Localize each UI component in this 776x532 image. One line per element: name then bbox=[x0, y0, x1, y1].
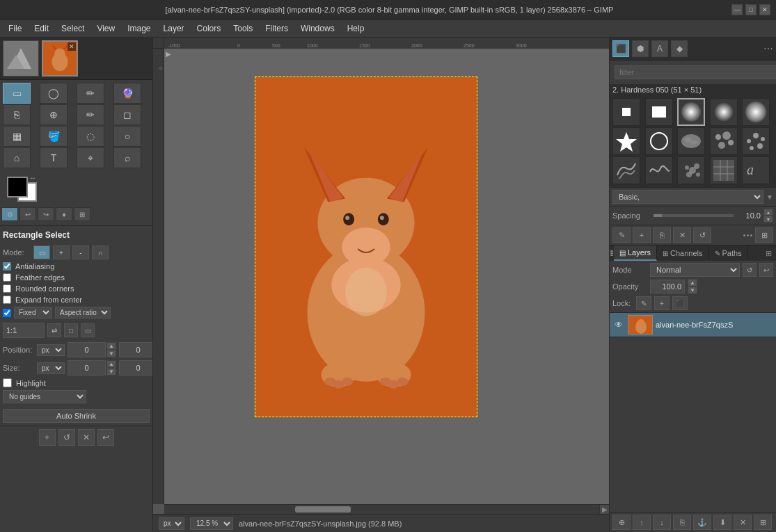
tab-layers[interactable]: ▤ Layers bbox=[614, 245, 657, 261]
tool-free-select[interactable]: ✏ bbox=[77, 83, 104, 104]
patterns-tab-icon[interactable]: ⬢ bbox=[632, 40, 649, 57]
mode-intersect-btn[interactable]: ∩ bbox=[92, 245, 109, 259]
layer-down-btn[interactable]: ↓ bbox=[653, 515, 671, 530]
layer-up-btn[interactable]: ↑ bbox=[633, 515, 651, 530]
menu-help[interactable]: Help bbox=[342, 22, 370, 35]
ratio-portrait-icon[interactable]: □ bbox=[64, 323, 78, 337]
opt-tab-tool[interactable]: ⚙ bbox=[1, 207, 18, 221]
opt-tab-device[interactable]: ♦ bbox=[56, 207, 72, 221]
layers-more-icon[interactable]: ⊞ bbox=[761, 249, 776, 258]
feather-edges-checkbox[interactable] bbox=[3, 273, 11, 282]
brush-category-select[interactable]: Basic, Calligraphic Pixel bbox=[612, 190, 763, 204]
brush-cell-4[interactable] bbox=[742, 98, 770, 126]
foreground-color[interactable] bbox=[7, 177, 28, 198]
menu-edit[interactable]: Edit bbox=[29, 22, 54, 35]
tool-clone[interactable]: ⎘ bbox=[3, 104, 31, 125]
tb-restore-icon[interactable]: ↩ bbox=[97, 429, 114, 446]
size-w-down[interactable]: ▼ bbox=[106, 368, 116, 376]
size-w-input[interactable] bbox=[68, 360, 106, 376]
layer-item-0[interactable]: 👁 alvan-nee-brFsZ7qszS bbox=[610, 313, 776, 337]
menu-tools[interactable]: Tools bbox=[228, 22, 258, 35]
brush-cell-13[interactable] bbox=[710, 156, 738, 184]
feather-edges-option[interactable]: Feather edges bbox=[3, 273, 150, 282]
lock-paint-btn[interactable]: ✎ bbox=[636, 296, 651, 310]
brush-cell-12[interactable] bbox=[677, 156, 705, 184]
size-w-up[interactable]: ▲ bbox=[106, 360, 116, 368]
image-tab-dog[interactable]: ✕ bbox=[42, 40, 78, 76]
layer-duplicate-btn[interactable]: ⎘ bbox=[673, 515, 691, 530]
mode-replace-btn[interactable]: ▭ bbox=[33, 245, 50, 259]
tab-paths[interactable]: ✎ Paths bbox=[709, 246, 748, 260]
brush-refresh-icon[interactable]: ↺ bbox=[693, 227, 711, 243]
highlight-row[interactable]: Highlight bbox=[3, 378, 150, 387]
tool-zoom[interactable]: ⌕ bbox=[113, 147, 141, 168]
tool-dodge[interactable]: ○ bbox=[113, 126, 141, 147]
maximize-button[interactable]: □ bbox=[745, 4, 757, 15]
panel-more-icon[interactable]: ⋯ bbox=[763, 43, 773, 54]
expand-center-option[interactable]: Expand from center bbox=[3, 296, 150, 304]
menu-view[interactable]: View bbox=[91, 22, 120, 35]
tool-blur[interactable]: ◌ bbox=[77, 126, 104, 147]
layer-anchor-btn[interactable]: ⚓ bbox=[693, 515, 711, 530]
highlight-checkbox[interactable] bbox=[3, 378, 12, 387]
menu-select[interactable]: Select bbox=[56, 22, 90, 35]
brush-cell-14[interactable]: a bbox=[742, 156, 770, 184]
swap-colors-icon[interactable]: ↔ bbox=[29, 174, 36, 182]
brush-cell-6[interactable] bbox=[645, 127, 673, 155]
brush-edit-icon[interactable]: ✎ bbox=[612, 227, 631, 243]
guides-select[interactable]: No guides Rule of thirds Golden sections bbox=[3, 390, 86, 403]
mode-subtract-btn[interactable]: - bbox=[72, 245, 89, 259]
category-dropdown-icon[interactable]: ▼ bbox=[766, 193, 773, 201]
menu-filters[interactable]: Filters bbox=[260, 22, 294, 35]
antialiasing-checkbox[interactable] bbox=[3, 262, 11, 271]
layer-visibility-icon[interactable]: 👁 bbox=[612, 319, 625, 331]
brush-duplicate-icon[interactable]: ⎘ bbox=[653, 227, 671, 243]
tb-delete-icon[interactable]: ✕ bbox=[78, 429, 95, 446]
tool-eyedropper[interactable]: ⌖ bbox=[77, 147, 104, 168]
brush-cell-5[interactable] bbox=[612, 127, 640, 155]
layer-mode-reset[interactable]: ↺ bbox=[743, 263, 757, 277]
position-unit-select[interactable]: px % mm bbox=[37, 344, 65, 356]
ratio-swap-icon[interactable]: ⇄ bbox=[47, 323, 61, 337]
brush-cell-9[interactable] bbox=[742, 127, 770, 155]
tool-ellipse-select[interactable]: ◯ bbox=[40, 83, 68, 104]
brush-cell-0[interactable] bbox=[612, 98, 640, 126]
tool-paint[interactable]: ✏ bbox=[77, 104, 104, 125]
brush-cell-2[interactable] bbox=[677, 98, 705, 126]
size-unit-select[interactable]: px % mm bbox=[37, 362, 65, 374]
opt-tab-more[interactable]: ⊞ bbox=[74, 207, 90, 221]
tb-reset-icon[interactable]: ↺ bbox=[58, 429, 75, 446]
unit-select[interactable]: px % bbox=[159, 517, 184, 530]
rounded-corners-checkbox[interactable] bbox=[3, 284, 11, 293]
brush-cell-7[interactable] bbox=[677, 127, 705, 155]
menu-layer[interactable]: Layer bbox=[158, 22, 190, 35]
opacity-down[interactable]: ▼ bbox=[688, 287, 697, 294]
brush-export-icon[interactable]: ⊞ bbox=[755, 227, 773, 243]
menu-windows[interactable]: Windows bbox=[295, 22, 340, 35]
antialiasing-option[interactable]: Antialiasing bbox=[3, 262, 150, 271]
main-canvas[interactable]: ▶ bbox=[164, 49, 609, 504]
tool-fill[interactable]: 🪣 bbox=[40, 126, 68, 147]
dynamics-tab-icon[interactable]: ◆ bbox=[671, 40, 688, 57]
opacity-up[interactable]: ▲ bbox=[688, 279, 697, 287]
brush-delete-icon[interactable]: ✕ bbox=[673, 227, 691, 243]
layer-export-btn[interactable]: ⊞ bbox=[754, 515, 772, 530]
layer-delete-btn[interactable]: ✕ bbox=[734, 515, 752, 530]
fonts-tab-icon[interactable]: A bbox=[651, 40, 668, 57]
spacing-down[interactable]: ▼ bbox=[763, 216, 773, 223]
auto-shrink-button[interactable]: Auto Shrink bbox=[3, 409, 150, 423]
minimize-button[interactable]: — bbox=[731, 4, 743, 15]
mode-add-btn[interactable]: + bbox=[53, 245, 70, 259]
lock-alpha-btn[interactable]: ⬛ bbox=[672, 296, 688, 310]
brush-cell-3[interactable] bbox=[710, 98, 738, 126]
brush-cell-8[interactable] bbox=[710, 127, 738, 155]
brush-cell-1[interactable] bbox=[645, 98, 673, 126]
menu-image[interactable]: Image bbox=[122, 22, 156, 35]
layer-mode-restore[interactable]: ↩ bbox=[759, 263, 773, 277]
menu-colors[interactable]: Colors bbox=[191, 22, 227, 35]
scroll-right-arrow[interactable]: ▶ bbox=[599, 505, 609, 514]
close-tab-dog[interactable]: ✕ bbox=[68, 42, 76, 51]
expand-center-checkbox[interactable] bbox=[3, 296, 11, 304]
brush-cell-11[interactable] bbox=[645, 156, 673, 184]
brushes-tab-icon[interactable]: ⬛ bbox=[612, 40, 629, 57]
